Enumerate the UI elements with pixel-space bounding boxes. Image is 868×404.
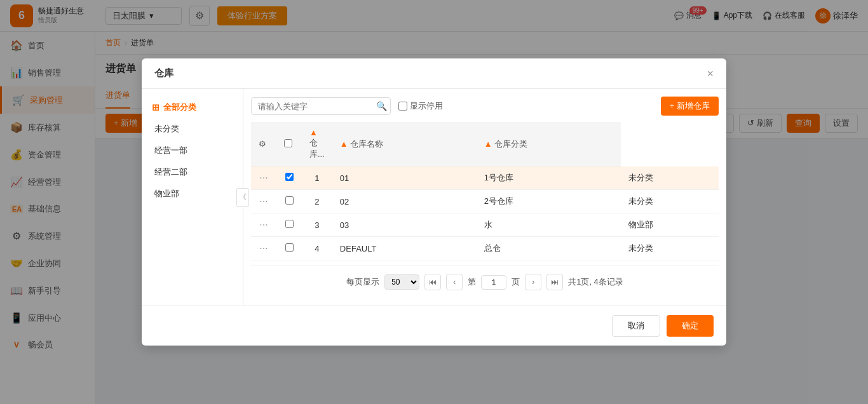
row-name: 2号仓库	[477, 190, 621, 213]
grid-icon: ⊞	[152, 102, 159, 112]
all-category-header[interactable]: ⊞ 全部分类	[142, 97, 243, 118]
per-page-label: 每页显示	[346, 276, 379, 288]
search-button[interactable]: 🔍	[371, 98, 391, 114]
row-gear: ···	[251, 237, 276, 260]
row-category: 物业部	[621, 213, 719, 237]
add-warehouse-button[interactable]: + 新增仓库	[661, 97, 719, 116]
row-check	[276, 237, 302, 260]
table-row[interactable]: ··· 1 01 1号仓库 未分类	[251, 166, 719, 190]
page-suffix: 页	[512, 276, 520, 288]
row-checkbox[interactable]	[285, 220, 294, 228]
table-panel: 🔍 显示停用 + 新增仓库 ⚙	[243, 89, 726, 306]
dialog-footer: 取消 确定	[142, 306, 726, 346]
dialog-title: 仓库	[154, 67, 173, 79]
dialog-overlay: 仓库 × ⊞ 全部分类 未分类 经营一部 经营二部 物业部 《	[0, 0, 868, 404]
row-category: 未分类	[621, 190, 719, 213]
col-check	[276, 122, 302, 166]
per-page-select[interactable]: 50 100	[384, 274, 419, 290]
row-checkbox[interactable]	[285, 173, 294, 181]
page-label: 第	[468, 276, 476, 288]
more-icon[interactable]: ···	[259, 196, 268, 206]
row-name: 1号仓库	[477, 166, 621, 190]
more-icon[interactable]: ···	[259, 219, 268, 230]
prev-page-btn[interactable]: ‹	[446, 274, 463, 290]
more-icon[interactable]: ···	[259, 172, 268, 183]
col-category: ▲ 仓库分类	[477, 122, 621, 166]
warehouse-table: ⚙ ▲ 仓库... ▲ 仓库名称 ▲	[251, 122, 719, 260]
row-code: 01	[332, 166, 477, 190]
table-row[interactable]: ··· 3 03 水 物业部	[251, 213, 719, 237]
last-page-btn[interactable]: ⏭	[546, 274, 563, 290]
sort-icon: ▲	[309, 128, 318, 137]
row-checkbox[interactable]	[285, 243, 294, 252]
page-input[interactable]	[481, 275, 506, 290]
row-code: 03	[332, 213, 477, 237]
row-checkbox[interactable]	[285, 196, 294, 205]
table-toolbar: 🔍 显示停用 + 新增仓库	[251, 97, 719, 116]
warehouse-dialog: 仓库 × ⊞ 全部分类 未分类 经营一部 经营二部 物业部 《	[142, 58, 726, 346]
row-code: DEFAULT	[332, 237, 477, 260]
row-gear: ···	[251, 190, 276, 213]
category-item-0[interactable]: 未分类	[142, 118, 243, 140]
total-label: 共1页, 4条记录	[568, 276, 623, 288]
first-page-btn[interactable]: ⏮	[424, 274, 441, 290]
row-gear: ···	[251, 213, 276, 237]
pagination: 每页显示 50 100 ⏮ ‹ 第 页 › ⏭ 共1页, 4条记录	[251, 266, 719, 298]
row-category: 未分类	[621, 237, 719, 260]
row-name: 总仓	[477, 237, 621, 260]
dialog-body: ⊞ 全部分类 未分类 经营一部 经营二部 物业部 《 🔍	[142, 89, 726, 306]
category-panel: ⊞ 全部分类 未分类 经营一部 经营二部 物业部 《	[142, 89, 243, 306]
category-item-3[interactable]: 物业部	[142, 183, 243, 205]
col-code: ▲ 仓库...	[302, 122, 332, 166]
col-name: ▲ 仓库名称	[332, 122, 477, 166]
category-item-2[interactable]: 经营二部	[142, 161, 243, 183]
confirm-button[interactable]: 确定	[667, 315, 714, 337]
sort-icon-name: ▲	[340, 139, 348, 149]
show-disabled-label[interactable]: 显示停用	[398, 100, 443, 112]
row-gear: ···	[251, 166, 276, 190]
collapse-button[interactable]: 《	[236, 188, 249, 207]
table-row[interactable]: ··· 2 02 2号仓库 未分类	[251, 190, 719, 213]
sort-icon-cat: ▲	[484, 139, 492, 149]
dialog-header: 仓库 ×	[142, 58, 726, 89]
search-input[interactable]	[252, 98, 371, 114]
row-category: 未分类	[621, 166, 719, 190]
row-check	[276, 166, 302, 190]
search-box: 🔍	[251, 97, 391, 115]
row-check	[276, 190, 302, 213]
next-page-btn[interactable]: ›	[525, 274, 541, 290]
row-code: 02	[332, 190, 477, 213]
row-check	[276, 213, 302, 237]
row-num: 3	[302, 213, 332, 237]
more-icon[interactable]: ···	[259, 243, 268, 253]
row-name: 水	[477, 213, 621, 237]
cancel-button[interactable]: 取消	[612, 315, 660, 337]
gear-icon: ⚙	[259, 139, 266, 149]
col-gear: ⚙	[251, 122, 276, 166]
row-num: 4	[302, 237, 332, 260]
table-row[interactable]: ··· 4 DEFAULT 总仓 未分类	[251, 237, 719, 260]
all-category-label: 全部分类	[163, 102, 196, 113]
show-disabled-checkbox[interactable]	[398, 102, 407, 111]
close-icon[interactable]: ×	[707, 68, 714, 79]
select-all-checkbox[interactable]	[284, 139, 292, 147]
category-item-1[interactable]: 经营一部	[142, 140, 243, 161]
row-num: 2	[302, 190, 332, 213]
row-num: 1	[302, 166, 332, 190]
